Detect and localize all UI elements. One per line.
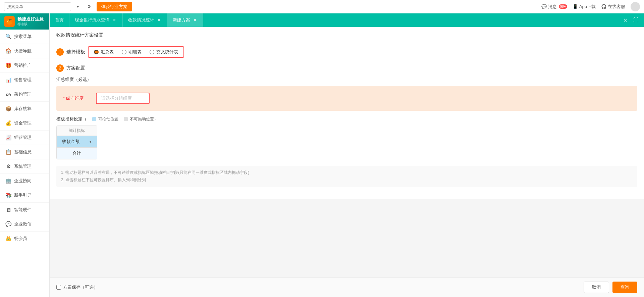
tab-close-all-icon[interactable]: ✕ — [621, 16, 629, 24]
trending-icon: 📈 — [5, 135, 11, 141]
dimension-row: * 纵向维度 — 请选择分组维度 — [63, 93, 631, 104]
save-checkbox[interactable] — [56, 285, 61, 290]
sidebar-item-member[interactable]: 👑 畅会员 — [0, 232, 49, 246]
sidebar-item-finance[interactable]: 💰 资金管理 — [0, 116, 49, 131]
metrics-table-header: 统计指标 — [57, 126, 97, 136]
page-title: 收款情况统计方案设置 — [56, 32, 637, 41]
sidebar-item-enterprise-coop[interactable]: 🏢 企业协同 — [0, 174, 49, 188]
tip2: 2. 点击标题栏下拉可设置排序、插入列和删除列 — [61, 177, 633, 184]
template-option-cross[interactable]: 交叉统计表 — [150, 49, 178, 55]
logo-text: 畅捷通好生意 标准版 — [17, 16, 44, 27]
dimension-area: * 纵向维度 — 请选择分组维度 — [56, 86, 637, 111]
tab-new-plan[interactable]: 新建方案 ✕ — [167, 13, 203, 27]
template-option-summary[interactable]: 汇总表 — [94, 49, 114, 55]
template-option-detail[interactable]: 明细表 — [122, 49, 142, 55]
service-item[interactable]: 🎧 在线客服 — [601, 4, 625, 10]
arrow-icon: — — [88, 96, 92, 101]
tab-bar-actions: ✕ ⛶ — [617, 16, 644, 24]
sidebar-item-operation[interactable]: 📈 经营管理 — [0, 131, 49, 145]
header-right: 💬 消息 99+ 📱 App下载 🎧 在线客服 — [541, 2, 640, 11]
sidebar-item-beginner[interactable]: 📚 新手引导 — [0, 188, 49, 203]
tab-cashflow-close[interactable]: ✕ — [112, 17, 117, 23]
hint-draggable: 可拖动位置 — [92, 116, 118, 122]
dimension-select[interactable]: 请选择分组维度 — [96, 93, 150, 104]
page-content: 收款情况统计方案设置 1 选择模板 汇总表 — [50, 27, 644, 277]
sidebar-item-basic-info[interactable]: 📋 基础信息 — [0, 145, 49, 159]
message-badge: 99+ — [559, 4, 567, 9]
tip1: 1. 拖动标题栏可以调整布局，不可跨维度或指标区域拖动栏目字段(只能在同一维度或… — [61, 169, 633, 177]
sidebar-item-label: 营销推广 — [14, 62, 32, 68]
sidebar-item-inventory[interactable]: 📦 库存核算 — [0, 102, 49, 116]
metrics-section: 模板指标设定（ 可拖动位置 不可拖动位置） — [56, 116, 637, 160]
crown-icon: 👑 — [5, 236, 11, 242]
chart-icon: 📊 — [5, 77, 11, 83]
clipboard-icon: 📋 — [5, 149, 11, 155]
sidebar-item-quick-nav[interactable]: 🏠 快捷导航 — [0, 44, 49, 58]
radio-summary[interactable] — [94, 50, 99, 54]
download-icon: 📱 — [573, 4, 578, 9]
step1-label: 选择模板 — [66, 49, 85, 55]
tab-home[interactable]: 首页 — [50, 13, 69, 27]
sidebar-item-label: 新手引导 — [14, 192, 32, 198]
logo-title: 畅捷通好生意 — [17, 16, 44, 22]
logo-sub: 标准版 — [17, 22, 44, 27]
sidebar-item-smart-hw[interactable]: 🖥 智能硬件 — [0, 203, 49, 217]
sidebar-item-system[interactable]: ⚙ 系统管理 — [0, 159, 49, 174]
dimension-subtitle: 汇总维度（必选） — [56, 77, 637, 83]
metrics-hint-label: 模板指标设定（ — [56, 116, 87, 122]
hint-draggable-label: 可拖动位置 — [98, 116, 118, 122]
metrics-cell-amount[interactable]: 收款金额 ▾ — [57, 136, 97, 148]
radio-detail[interactable] — [122, 50, 126, 54]
metrics-cell-total: 合计 — [57, 148, 97, 159]
tab-home-label: 首页 — [55, 17, 64, 23]
dropdown-icon[interactable]: ▾ — [74, 3, 82, 11]
download-item[interactable]: 📱 App下载 — [573, 4, 596, 10]
template-options: 汇总表 明细表 交叉统计表 — [88, 46, 184, 58]
cancel-button[interactable]: 取消 — [584, 282, 609, 293]
sidebar-item-label: 智能硬件 — [14, 207, 32, 213]
step1-section: 1 选择模板 汇总表 明细表 — [56, 46, 637, 58]
tab-cashflow[interactable]: 现金银行流水查询 ✕ — [69, 13, 123, 27]
metrics-table: 统计指标 收款金额 ▾ 合计 — [56, 126, 97, 159]
search-input[interactable] — [4, 2, 71, 11]
sidebar-item-purchase[interactable]: 🛍 采购管理 — [0, 87, 49, 102]
metrics-cell-label: 收款金额 — [62, 139, 79, 145]
sidebar-item-label: 畅会员 — [14, 236, 27, 242]
money-icon: 💰 — [5, 120, 11, 126]
tab-new-plan-close[interactable]: ✕ — [192, 17, 198, 23]
step1-header: 1 选择模板 汇总表 明细表 — [56, 46, 637, 58]
settings-icon[interactable]: ⚙ — [85, 2, 94, 11]
hint-not-draggable: 不可拖动位置） — [124, 116, 158, 122]
tab-bar: 首页 现金银行流水查询 ✕ 收款情况统计 ✕ 新建方案 ✕ ✕ ⛶ — [50, 13, 644, 27]
trial-button[interactable]: 体验行业方案 — [97, 2, 132, 11]
message-icon: 💬 — [541, 4, 547, 9]
sidebar-item-search[interactable]: 🔍 搜索菜单 — [0, 30, 49, 44]
sidebar-item-label: 采购管理 — [14, 91, 32, 97]
tab-expand-icon[interactable]: ⛶ — [632, 16, 640, 24]
radio-cross[interactable] — [150, 50, 154, 54]
save-label: 方案保存（可选） — [63, 284, 98, 290]
query-button[interactable]: 查询 — [612, 282, 637, 293]
tab-collection-close[interactable]: ✕ — [156, 17, 162, 23]
message-label: 消息 — [548, 4, 557, 10]
cell-dropdown-icon[interactable]: ▾ — [90, 140, 92, 144]
tips-section: 1. 拖动标题栏可以调整布局，不可跨维度或指标区域拖动栏目字段(只能在同一维度或… — [56, 166, 637, 187]
message-item[interactable]: 💬 消息 99+ — [541, 4, 567, 10]
page-footer: 方案保存（可选） 取消 查询 — [50, 277, 644, 297]
metrics-hint-row: 模板指标设定（ 可拖动位置 不可拖动位置） — [56, 116, 637, 122]
sidebar-item-marketing[interactable]: 🎁 营销推广 — [0, 58, 49, 73]
monitor-icon: 🖥 — [5, 207, 11, 213]
gift-icon: 🎁 — [5, 62, 11, 68]
user-avatar[interactable] — [631, 2, 640, 11]
box-icon: 📦 — [5, 106, 11, 112]
tab-collection[interactable]: 收款情况统计 ✕ — [123, 13, 167, 27]
sidebar-item-wechat[interactable]: 💬 企业微信 — [0, 217, 49, 232]
chat-icon: 💬 — [5, 221, 11, 227]
content-area: 首页 现金银行流水查询 ✕ 收款情况统计 ✕ 新建方案 ✕ ✕ ⛶ — [50, 13, 644, 297]
not-draggable-dot — [124, 117, 128, 121]
sidebar-item-sales[interactable]: 📊 销售管理 — [0, 73, 49, 87]
main-layout: 🍊 畅捷通好生意 标准版 🔍 搜索菜单 🏠 快捷导航 🎁 营销推广 📊 销售管理… — [0, 13, 644, 297]
save-option[interactable]: 方案保存（可选） — [56, 284, 98, 290]
step2-badge: 2 — [56, 64, 64, 72]
book-icon: 📚 — [5, 192, 11, 198]
